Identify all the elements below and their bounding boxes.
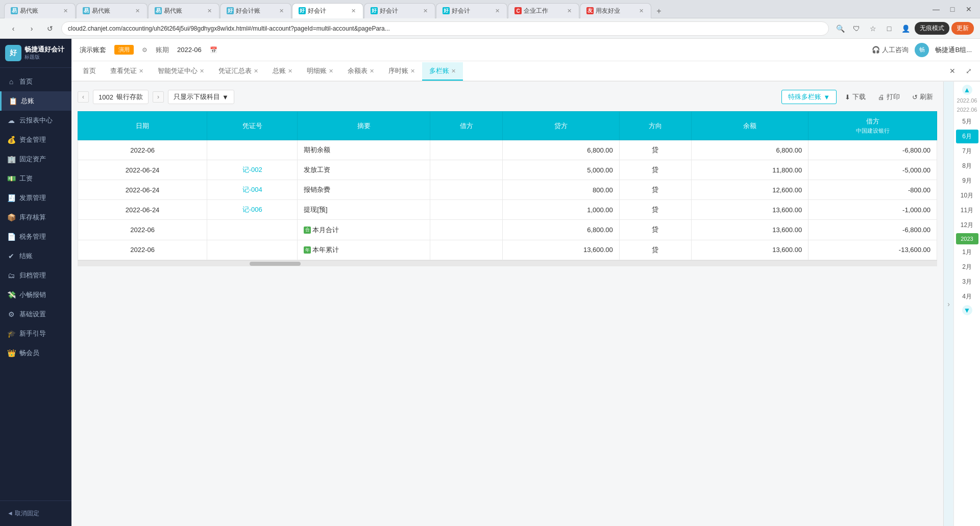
date-item-may[interactable]: 5月: [956, 115, 978, 129]
filter-select[interactable]: 只显示下级科目 ▼: [168, 90, 234, 104]
sidebar-item-salary[interactable]: 💵 工资: [0, 169, 71, 188]
search-icon[interactable]: 🔍: [833, 21, 847, 36]
tab-close-8[interactable]: ✕: [566, 7, 573, 15]
tab-close-smart-voucher[interactable]: ✕: [200, 68, 204, 74]
tab-balance[interactable]: 余额表 ✕: [340, 62, 381, 81]
scroll-thumb[interactable]: [250, 262, 301, 266]
sidebar-item-fixed-assets[interactable]: 🏢 固定资产: [0, 149, 71, 169]
prev-subject-btn[interactable]: ‹: [78, 91, 89, 103]
sidebar-item-fund[interactable]: 💰 资金管理: [0, 130, 71, 149]
date-item-dec[interactable]: 12月: [956, 218, 978, 232]
reload-btn[interactable]: ↺: [43, 21, 57, 36]
browser-tab-2[interactable]: 易 易代账 ✕: [76, 3, 148, 18]
horizontal-scrollbar[interactable]: [78, 260, 937, 266]
tab-detail-ledger[interactable]: 明细账 ✕: [300, 62, 340, 81]
sidebar-item-inventory[interactable]: 📦 库存核算: [0, 208, 71, 227]
date-item-june[interactable]: 6月: [956, 130, 978, 143]
date-item-oct[interactable]: 10月: [956, 189, 978, 203]
sidebar-item-tax[interactable]: 📄 税务管理: [0, 227, 71, 246]
tab-close-detail-ledger[interactable]: ✕: [329, 68, 333, 74]
date-item-feb[interactable]: 2月: [956, 260, 978, 274]
new-tab-button[interactable]: +: [652, 4, 666, 18]
tab-close-9[interactable]: ✕: [638, 7, 645, 15]
tab-close-4[interactable]: ✕: [278, 7, 285, 15]
date-scroll-down[interactable]: ▼: [962, 305, 972, 315]
tab-close-1[interactable]: ✕: [62, 7, 69, 15]
browser-tab-3[interactable]: 易 易代账 ✕: [148, 3, 219, 18]
print-btn[interactable]: 🖨 打印: [874, 90, 904, 104]
browser-tab-6[interactable]: 好 好会计 ✕: [364, 3, 435, 18]
back-btn[interactable]: ‹: [6, 21, 20, 36]
tab-close-general-ledger[interactable]: ✕: [288, 68, 292, 74]
address-input[interactable]: cloud2.chanjet.com/accounting/uh26t264j5…: [61, 21, 829, 36]
close-panel-btn[interactable]: ✕: [945, 64, 960, 78]
voucher-link-002[interactable]: 记-002: [242, 166, 262, 173]
refresh-btn[interactable]: ↺ 刷新: [908, 90, 937, 104]
maximize-btn[interactable]: □: [945, 2, 960, 16]
sidebar-item-close-accounts[interactable]: ✔ 结账: [0, 246, 71, 266]
date-item-jan[interactable]: 1月: [956, 245, 978, 259]
date-item-apr[interactable]: 4月: [956, 290, 978, 304]
tab-close-3[interactable]: ✕: [206, 7, 213, 15]
date-item-sep[interactable]: 9月: [956, 174, 978, 188]
download-btn[interactable]: ⬇ 下载: [841, 90, 870, 104]
tab-smart-voucher[interactable]: 智能凭证中心 ✕: [151, 62, 211, 81]
sidebar-item-membership[interactable]: 👑 畅会员: [0, 343, 71, 363]
sidebar-item-ledger[interactable]: 📋 总账: [0, 91, 71, 111]
tab-close-5[interactable]: ✕: [350, 7, 357, 15]
next-subject-btn[interactable]: ›: [153, 91, 164, 103]
extensions-icon[interactable]: □: [882, 21, 896, 36]
tab-close-multi-col[interactable]: ✕: [451, 68, 456, 74]
multi-col-btn[interactable]: 特殊多栏账 ▼: [781, 90, 837, 104]
tab-close-voucher-summary[interactable]: ✕: [254, 68, 258, 74]
voucher-link-006[interactable]: 记-006: [242, 206, 262, 213]
tab-close-sequence-ledger[interactable]: ✕: [410, 68, 415, 74]
update-btn[interactable]: 更新: [951, 22, 974, 35]
tab-close-7[interactable]: ✕: [494, 7, 501, 15]
sidebar-item-home[interactable]: ⌂ 首页: [0, 72, 71, 91]
tab-voucher[interactable]: 查看凭证 ✕: [103, 62, 151, 81]
collapse-panel-btn[interactable]: ›: [943, 82, 953, 526]
browser-tab-8[interactable]: C 企业工作 ✕: [508, 3, 579, 18]
browser-tab-9[interactable]: 友 用友好业 ✕: [580, 3, 651, 18]
subject-selector[interactable]: 1002 银行存款: [93, 90, 149, 104]
date-scroll-up[interactable]: ▲: [962, 85, 972, 95]
expand-panel-btn[interactable]: ⤢: [962, 64, 976, 78]
sidebar-item-settings[interactable]: ⚙ 基础设置: [0, 305, 71, 324]
tab-general-ledger[interactable]: 总账 ✕: [265, 62, 300, 81]
unpin-btn[interactable]: ◄ 取消固定: [7, 506, 64, 521]
consult-btn[interactable]: 🎧 人工咨询: [872, 45, 909, 55]
tab-close-6[interactable]: ✕: [422, 7, 429, 15]
voucher-link-004[interactable]: 记-004: [242, 186, 262, 193]
tab-close-2[interactable]: ✕: [134, 7, 141, 15]
date-item-mar[interactable]: 3月: [956, 275, 978, 289]
account-icon[interactable]: 👤: [898, 21, 913, 36]
date-item-july[interactable]: 7月: [956, 144, 978, 158]
calendar-icon[interactable]: 📅: [210, 46, 217, 54]
tab-close-voucher[interactable]: ✕: [139, 68, 143, 74]
sidebar-item-guide[interactable]: 🎓 新手引导: [0, 324, 71, 343]
settings-gear-icon[interactable]: ⚙: [142, 46, 148, 54]
date-item-aug[interactable]: 8月: [956, 159, 978, 173]
sidebar-item-archive[interactable]: 🗂 归档管理: [0, 266, 71, 285]
browser-tab-7[interactable]: 好 好会计 ✕: [436, 3, 507, 18]
browser-tab-4[interactable]: 好 好会计账 ✕: [220, 3, 291, 18]
tab-close-balance[interactable]: ✕: [370, 68, 374, 74]
star-icon[interactable]: ☆: [866, 21, 880, 36]
date-item-nov[interactable]: 11月: [956, 204, 978, 217]
date-year-2023[interactable]: 2023: [956, 233, 978, 244]
tab-home[interactable]: 首页: [76, 62, 103, 81]
forward-btn[interactable]: ›: [24, 21, 39, 36]
close-btn[interactable]: ✕: [962, 2, 976, 16]
sidebar-item-expense[interactable]: 💸 小畅报销: [0, 285, 71, 305]
sidebar-item-cloud-report[interactable]: ☁ 云报表中心: [0, 111, 71, 130]
tab-voucher-summary[interactable]: 凭证汇总表 ✕: [211, 62, 265, 81]
browser-tab-1[interactable]: 易 易代账 ✕: [4, 3, 76, 18]
tab-sequence-ledger[interactable]: 序时账 ✕: [381, 62, 422, 81]
incognito-btn[interactable]: 无痕模式: [915, 22, 949, 35]
browser-tab-5[interactable]: 好 好会计 ✕: [292, 3, 363, 18]
minimize-btn[interactable]: —: [929, 2, 943, 16]
sidebar-item-invoice[interactable]: 🧾 发票管理: [0, 188, 71, 208]
app-name: 畅捷通好会计: [24, 45, 64, 54]
tab-multi-col[interactable]: 多栏账 ✕: [422, 62, 463, 81]
